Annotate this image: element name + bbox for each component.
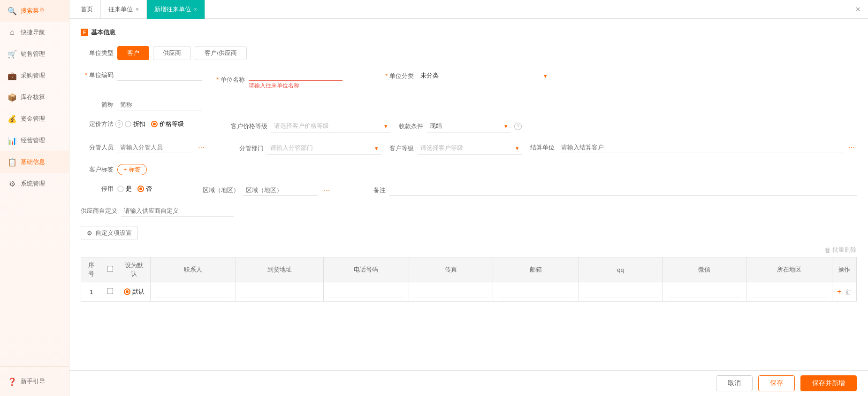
unit-type-row: 单位类型 客户 供应商 客户/供应商 [81, 46, 857, 60]
save-new-button[interactable]: 保存并新增 [800, 375, 857, 391]
tags-label: 客户标签 [81, 165, 114, 174]
td-default: 默认 [118, 282, 150, 302]
notes-input[interactable] [389, 185, 857, 196]
wechat-input[interactable] [668, 286, 742, 297]
sidebar-item-quick-nav[interactable]: ⌂ 快捷导航 [0, 22, 69, 43]
payment-terms-field: 收款条件 现结 ▾ ? [390, 120, 522, 132]
category-select[interactable]: 未分类 ▾ [418, 70, 550, 82]
gear-icon: ⚙ [87, 230, 92, 237]
disabled-yes-radio[interactable] [117, 186, 124, 192]
code-input[interactable]: 000009 [117, 70, 202, 81]
unit-type-group: 客户 供应商 客户/供应商 [117, 46, 247, 60]
unit-type-customer[interactable]: 客户 [117, 46, 149, 60]
system-icon: ⚙ [8, 179, 17, 188]
customer-price-select[interactable]: 请选择客户价格等级 ▾ [271, 120, 390, 132]
pricing-row: 定价方法 ? 折扣 价格等级 客户价格等级 请选择客户价格等级 [81, 120, 857, 132]
contact-input[interactable] [155, 286, 231, 297]
unit-type-both[interactable]: 客户/供应商 [195, 46, 247, 60]
save-button[interactable]: 保存 [758, 375, 795, 391]
purchase-icon: 💼 [8, 71, 17, 80]
td-wechat [662, 282, 746, 302]
settlement-more-icon[interactable]: ··· [847, 142, 857, 153]
customer-price-field: 客户价格等级 请选择客户价格等级 ▾ [231, 120, 390, 132]
category-chevron-icon: ▾ [544, 72, 547, 79]
region-input[interactable] [243, 185, 318, 196]
delete-row-icon[interactable]: 🗑 [845, 288, 852, 295]
region-more-icon[interactable]: ··· [322, 185, 332, 195]
finance-icon: 💰 [8, 114, 17, 124]
th-wechat: 微信 [662, 257, 746, 282]
contact-table: 序号 设为默认 联系人 到货地址 电话号码 传真 邮箱 qq 微信 所在地区 操… [81, 257, 857, 302]
td-actions: + 🗑 [832, 282, 856, 302]
unit-type-field: 单位类型 客户 供应商 客户/供应商 [81, 46, 247, 60]
dept-select[interactable]: 请输入分管部门 ▾ [267, 142, 381, 155]
unit-type-label: 单位类型 [81, 49, 114, 57]
tab-partners-close[interactable]: × [136, 6, 139, 13]
sidebar-item-purchase[interactable]: 💼 采购管理 [0, 65, 69, 86]
supplier-custom-field: 供应商自定义 [81, 205, 268, 217]
sidebar-item-label: 库存核算 [21, 93, 45, 101]
tag-add-button[interactable]: + 标签 [117, 164, 147, 175]
short-name-label: 简称 [81, 101, 114, 109]
pricing-price-level-radio[interactable] [151, 121, 158, 127]
select-all-checkbox[interactable] [107, 266, 113, 272]
short-name-input[interactable] [117, 99, 202, 110]
disabled-no[interactable]: 否 [137, 185, 152, 193]
pricing-discount-radio[interactable] [125, 121, 131, 127]
ops-icon: 📊 [8, 136, 17, 145]
section-title-icon: F [81, 29, 88, 36]
pricing-price-level[interactable]: 价格等级 [151, 120, 184, 128]
phone-input[interactable] [328, 286, 404, 297]
unit-type-supplier[interactable]: 供应商 [153, 46, 191, 60]
td-region [746, 282, 832, 302]
sidebar-item-sales[interactable]: 🛒 销售管理 [0, 43, 69, 65]
th-checkbox [102, 257, 118, 282]
table-row: 1 默认 [81, 282, 857, 302]
supplier-custom-input[interactable] [121, 205, 234, 217]
payment-terms-select[interactable]: 现结 ▾ [427, 120, 510, 132]
sidebar-item-system[interactable]: ⚙ 系统管理 [0, 173, 69, 194]
sidebar-item-guide[interactable]: ❓ 新手引导 [0, 371, 69, 392]
default-radio[interactable] [124, 288, 130, 295]
manager-more-icon[interactable]: ··· [196, 142, 206, 153]
email-input[interactable] [498, 286, 574, 297]
pricing-discount[interactable]: 折扣 [125, 120, 145, 128]
sidebar-item-search[interactable]: 🔍 搜索菜单 [0, 0, 69, 22]
row-checkbox[interactable] [107, 288, 113, 294]
add-row-icon[interactable]: + [837, 287, 841, 295]
batch-delete[interactable]: 🗑 批量删除 [81, 246, 857, 254]
window-close-button[interactable]: × [855, 5, 860, 14]
pricing-help-icon[interactable]: ? [115, 120, 123, 128]
sidebar-item-ops[interactable]: 📊 经营管理 [0, 130, 69, 151]
short-name-row: 简称 [81, 99, 857, 110]
code-label: 单位编码 [81, 71, 114, 79]
manager-input[interactable] [117, 142, 192, 153]
disabled-yes[interactable]: 是 [117, 185, 132, 193]
th-contact: 联系人 [150, 257, 236, 282]
sidebar-item-inventory[interactable]: 📦 库存核算 [0, 86, 69, 108]
cancel-button[interactable]: 取消 [716, 375, 753, 391]
code-field: 单位编码 000009 [81, 70, 212, 81]
disabled-no-radio[interactable] [137, 186, 144, 192]
default-radio-item[interactable]: 默认 [123, 287, 145, 296]
disabled-field: 停用 是 否 [81, 185, 203, 193]
customer-level-select[interactable]: 请选择客户等级 ▾ [418, 142, 522, 155]
tab-new-partner-close[interactable]: × [194, 6, 197, 13]
qq-input[interactable] [584, 286, 658, 297]
row-region-input[interactable] [751, 286, 827, 297]
td-phone [323, 282, 409, 302]
payment-terms-help-icon[interactable]: ? [514, 123, 522, 130]
tab-new-partner[interactable]: 新增往来单位 × [147, 0, 205, 19]
sidebar-item-finance[interactable]: 💰 资金管理 [0, 108, 69, 130]
sidebar-item-label: 搜索菜单 [21, 7, 45, 15]
tab-home[interactable]: 首页 [73, 0, 101, 19]
sidebar-item-label: 资金管理 [21, 115, 45, 123]
customer-level-chevron-icon: ▾ [516, 145, 519, 152]
custom-settings-button[interactable]: ⚙ 自定义项设置 [81, 226, 138, 240]
address-input[interactable] [241, 286, 318, 297]
name-input[interactable] [249, 70, 343, 81]
sidebar-item-basic[interactable]: 📋 基础信息 [0, 151, 69, 173]
fax-input[interactable] [414, 286, 488, 297]
tab-partners[interactable]: 往来单位 × [101, 0, 147, 19]
settlement-input[interactable] [558, 142, 843, 153]
